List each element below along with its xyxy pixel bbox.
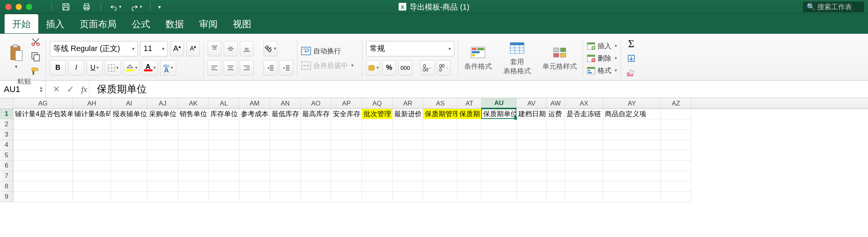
align-right-icon[interactable] — [240, 60, 254, 76]
cell-AZ5[interactable] — [661, 150, 691, 161]
cell-AX2[interactable] — [565, 119, 603, 130]
cell-AW5[interactable] — [547, 150, 565, 161]
cell-AL8[interactable] — [209, 181, 239, 192]
cell-AL2[interactable] — [209, 119, 239, 130]
cell-AH2[interactable] — [73, 119, 111, 130]
underline-button[interactable]: U▾ — [87, 60, 103, 76]
cell-AJ9[interactable] — [147, 192, 178, 202]
paste-button[interactable]: ▾ — [6, 42, 26, 71]
row-header-7[interactable]: 7 — [0, 171, 13, 181]
tab-数据[interactable]: 数据 — [158, 14, 192, 33]
col-header-AR[interactable]: AR — [393, 98, 423, 109]
cell-AN2[interactable] — [270, 119, 301, 130]
cell-AV5[interactable] — [517, 150, 547, 161]
cell-AN6[interactable] — [270, 161, 301, 171]
tab-视图[interactable]: 视图 — [225, 14, 259, 33]
cell-AK1[interactable]: 销售单位 — [178, 109, 209, 119]
cell-AJ3[interactable] — [147, 130, 178, 140]
cell-AG3[interactable] — [13, 130, 73, 140]
cell-AQ7[interactable] — [362, 171, 393, 181]
percent-icon[interactable]: % — [382, 60, 396, 76]
cell-AL4[interactable] — [209, 140, 239, 150]
cell-AH8[interactable] — [73, 181, 111, 192]
col-header-AL[interactable]: AL — [209, 98, 239, 109]
cell-AZ8[interactable] — [661, 181, 691, 192]
cell-AX9[interactable] — [565, 192, 603, 202]
cell-AI5[interactable] — [111, 150, 147, 161]
align-middle-icon[interactable] — [224, 41, 237, 56]
tab-公式[interactable]: 公式 — [124, 14, 158, 33]
cell-AZ7[interactable] — [661, 171, 691, 181]
cell-AR5[interactable] — [393, 150, 423, 161]
cell-AU3[interactable] — [481, 130, 517, 140]
cell-AM9[interactable] — [239, 192, 270, 202]
cell-AJ4[interactable] — [147, 140, 178, 150]
cells-area[interactable]: 辅计量4是否包装单位辅计量4条码报表辅单位采购单位销售单位库存单位参考成本最低库… — [13, 109, 691, 202]
cell-AQ4[interactable] — [362, 140, 393, 150]
currency-icon[interactable]: ▾ — [366, 60, 380, 76]
cell-AW2[interactable] — [547, 119, 565, 130]
tab-开始[interactable]: 开始 — [5, 14, 38, 33]
cell-AU1[interactable]: 保质期单位 — [481, 109, 517, 119]
cell-AI6[interactable] — [111, 161, 147, 171]
cell-AR6[interactable] — [393, 161, 423, 171]
cell-AQ8[interactable] — [362, 181, 393, 192]
cell-AO1[interactable]: 最高库存 — [301, 109, 331, 119]
cell-AM8[interactable] — [239, 181, 270, 192]
cell-AT4[interactable] — [458, 140, 481, 150]
cell-AR2[interactable] — [393, 119, 423, 130]
comma-icon[interactable]: 000 — [398, 60, 412, 76]
clear-icon[interactable] — [625, 67, 638, 79]
cell-AU5[interactable] — [481, 150, 517, 161]
cell-AU4[interactable] — [481, 140, 517, 150]
autosum-icon[interactable]: Σ — [625, 38, 638, 49]
col-header-AN[interactable]: AN — [270, 98, 301, 109]
cell-AW9[interactable] — [547, 192, 565, 202]
cell-AG1[interactable]: 辅计量4是否包装单位 — [13, 109, 73, 119]
format-as-table-button[interactable]: 套用 表格格式 — [501, 39, 533, 78]
cell-AY8[interactable] — [603, 181, 661, 192]
cell-AI1[interactable]: 报表辅单位 — [111, 109, 147, 119]
cell-AX5[interactable] — [565, 150, 603, 161]
cell-AS6[interactable] — [423, 161, 458, 171]
cell-AP8[interactable] — [331, 181, 362, 192]
cell-AY2[interactable] — [603, 119, 661, 130]
cell-AP3[interactable] — [331, 130, 362, 140]
row-header-3[interactable]: 3 — [0, 130, 13, 140]
cell-AR3[interactable] — [393, 130, 423, 140]
cell-AN1[interactable]: 最低库存 — [270, 109, 301, 119]
cell-AP4[interactable] — [331, 140, 362, 150]
row-header-9[interactable]: 9 — [0, 192, 13, 202]
cell-AN9[interactable] — [270, 192, 301, 202]
cell-AJ1[interactable]: 采购单位 — [147, 109, 178, 119]
fx-icon[interactable]: fx — [81, 84, 87, 94]
cell-AM4[interactable] — [239, 140, 270, 150]
cell-AR8[interactable] — [393, 181, 423, 192]
cell-AI2[interactable] — [111, 119, 147, 130]
cell-AT8[interactable] — [458, 181, 481, 192]
row-header-5[interactable]: 5 — [0, 150, 13, 161]
cell-AS4[interactable] — [423, 140, 458, 150]
cell-AP6[interactable] — [331, 161, 362, 171]
increase-indent-icon[interactable] — [280, 60, 293, 76]
delete-cells-button[interactable]: 删除▾ — [587, 54, 617, 63]
cell-AG5[interactable] — [13, 150, 73, 161]
search-input[interactable] — [817, 3, 863, 11]
cell-AI3[interactable] — [111, 130, 147, 140]
cell-AK2[interactable] — [178, 119, 209, 130]
cell-AX3[interactable] — [565, 130, 603, 140]
cell-AV8[interactable] — [517, 181, 547, 192]
cell-AT6[interactable] — [458, 161, 481, 171]
cell-AR4[interactable] — [393, 140, 423, 150]
cell-AR1[interactable]: 最新进价 — [393, 109, 423, 119]
cell-AO5[interactable] — [301, 150, 331, 161]
cell-AH9[interactable] — [73, 192, 111, 202]
cell-AK3[interactable] — [178, 130, 209, 140]
save-icon[interactable] — [59, 1, 72, 13]
cell-AL5[interactable] — [209, 150, 239, 161]
cell-AS1[interactable]: 保质期管理 — [423, 109, 458, 119]
cell-AW6[interactable] — [547, 161, 565, 171]
cell-AU6[interactable] — [481, 161, 517, 171]
qat-customize-icon[interactable]: ▾ — [158, 4, 161, 10]
merge-center-button[interactable]: 合并后居中▾ — [301, 61, 359, 70]
